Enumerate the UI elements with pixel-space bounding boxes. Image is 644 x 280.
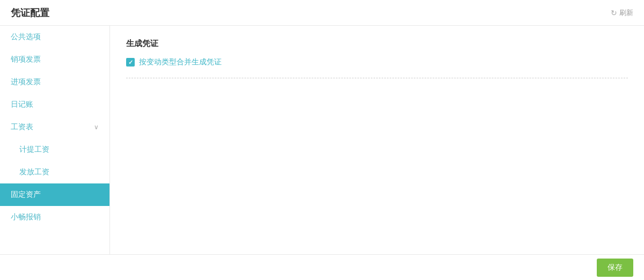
save-button[interactable]: 保存 [597, 259, 633, 277]
sidebar-item-purchase-invoice[interactable]: 进项发票 [0, 71, 109, 93]
sidebar-item-label: 销项发票 [11, 55, 41, 64]
main-content: 生成凭证 按变动类型合并生成凭证 [110, 26, 644, 254]
merge-checkbox-label[interactable]: 按变动类型合并生成凭证 [139, 57, 222, 67]
sidebar-item-label: 固定资产 [11, 190, 41, 200]
refresh-label: 刷新 [619, 8, 633, 18]
sidebar-item-journal[interactable]: 日记账 [0, 93, 109, 116]
sidebar-item-label: 公共选项 [11, 32, 41, 42]
refresh-button[interactable]: ↻ 刷新 [611, 8, 633, 18]
sidebar-item-calc-salary[interactable]: 计提工资 [0, 138, 109, 161]
sidebar-item-label: 进项发票 [11, 77, 41, 87]
sidebar-item-label: 小畅报销 [11, 212, 41, 222]
page-title: 凭证配置 [11, 6, 49, 19]
sidebar-item-expense[interactable]: 小畅报销 [0, 206, 109, 229]
chevron-down-icon: ∨ [94, 123, 99, 131]
sidebar-item-fixed-assets[interactable]: 固定资产 [0, 183, 109, 206]
sidebar-item-label: 发放工资 [19, 167, 49, 177]
sidebar-item-public[interactable]: 公共选项 [0, 26, 109, 48]
sidebar-item-label: 工资表 [11, 122, 33, 132]
footer: 保存 [0, 254, 644, 280]
sidebar-item-issue-salary[interactable]: 发放工资 [0, 161, 109, 183]
section-title: 生成凭证 [126, 39, 628, 49]
checkbox-row: 按变动类型合并生成凭证 [126, 57, 628, 67]
content-area: 公共选项销项发票进项发票日记账工资表∨计提工资发放工资固定资产小畅报销 生成凭证… [0, 26, 644, 254]
sidebar-item-payroll[interactable]: 工资表∨ [0, 116, 109, 138]
page-header: 凭证配置 ↻ 刷新 [0, 0, 644, 26]
section-divider [126, 78, 628, 78]
sidebar-item-label: 日记账 [11, 100, 33, 109]
sidebar-item-label: 计提工资 [19, 145, 49, 154]
merge-checkbox[interactable] [126, 58, 135, 67]
refresh-icon: ↻ [611, 9, 617, 17]
sidebar: 公共选项销项发票进项发票日记账工资表∨计提工资发放工资固定资产小畅报销 [0, 26, 110, 254]
sidebar-item-sales-invoice[interactable]: 销项发票 [0, 48, 109, 71]
